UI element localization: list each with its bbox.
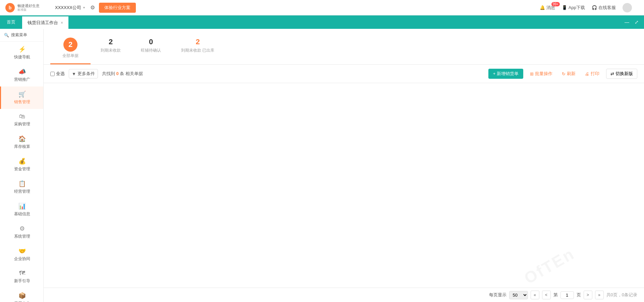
app-download-btn[interactable]: 📱 App下载	[562, 5, 585, 11]
sidebar-item-inventory[interactable]: 🏠 库存核算	[0, 131, 43, 154]
chevron-down-icon: ▾	[83, 6, 85, 9]
last-page-btn[interactable]: »	[595, 291, 604, 299]
stat-tab-2[interactable]: 0 旺辅待确认	[131, 34, 171, 64]
first-page-btn[interactable]: «	[531, 291, 539, 299]
stat-num-1: 2	[109, 38, 113, 46]
refresh-btn[interactable]: ↻ 刷新	[559, 69, 578, 78]
print-icon: 🖨	[585, 71, 589, 76]
refresh-icon: ↻	[562, 71, 566, 76]
tab-active[interactable]: 钱货日清工作台 ×	[22, 15, 68, 29]
stats-bar: 2 全部单据 2 到期未收款 0 旺辅待确认 2 到期未收款 已出库	[44, 29, 644, 65]
next-page-btn[interactable]: >	[584, 291, 592, 299]
batch-action-btn[interactable]: ⊞ 批量操作	[527, 69, 555, 78]
finance-icon: 💰	[18, 158, 26, 165]
sidebar-search[interactable]: 🔍 搜索菜单	[0, 29, 43, 42]
sidebar-item-cooperation[interactable]: 🤝 企业协同	[0, 243, 43, 266]
tab-nav: 首页 钱货日清工作台 × — ⤢	[0, 15, 644, 29]
download-icon: 📱	[562, 5, 567, 10]
tab-right-controls: — ⤢	[623, 15, 644, 29]
logo-text: 畅捷通好生意 标准版	[17, 3, 40, 12]
tab-home[interactable]: 首页	[0, 15, 22, 29]
filter-icon: ▼	[72, 71, 76, 76]
operation-icon: 📋	[18, 180, 26, 187]
toolbar-right: + 新增销货单 ⊞ 批量操作 ↻ 刷新 🖨 打印 ⇄ 切换新版	[488, 69, 637, 79]
toolbar-left: 全选 ▼ 更多条件 共找到 0 条 相关单据	[50, 69, 143, 78]
stat-num-0: 2	[63, 38, 77, 52]
sidebar-item-app-center[interactable]: 📦 应用中心	[0, 288, 43, 302]
switch-icon: ⇄	[610, 71, 614, 76]
page-input[interactable]	[560, 291, 574, 299]
stat-num-3: 2	[196, 38, 200, 46]
sidebar-label-guide: 新手引导	[14, 278, 30, 284]
tab-close-icon[interactable]: ×	[61, 20, 63, 25]
sidebar-item-guide[interactable]: 🗺 新手引导	[0, 266, 43, 288]
sidebar-label-purchase: 采购管理	[14, 121, 30, 127]
layout: 🔍 搜索菜单 ⚡ 快捷导航 📣 营销推广 🛒 销售管理 🛍 采购管理 🏠 库存核…	[0, 29, 644, 302]
notification-btn[interactable]: 🔔 消息 99+	[540, 5, 555, 11]
sales-icon: 🛒	[18, 90, 26, 98]
tab-expand-icon[interactable]: ⤢	[633, 18, 640, 26]
stat-tab-1[interactable]: 2 到期未收款	[91, 34, 131, 64]
sidebar-label-cooperation: 企业协同	[14, 256, 30, 262]
guide-icon: 🗺	[19, 270, 25, 277]
cooperation-icon: 🤝	[18, 247, 26, 255]
tab-label: 钱货日清工作台	[28, 20, 58, 26]
stat-num-2: 0	[149, 38, 153, 46]
stats-tabs: 2 全部单据 2 到期未收款 0 旺辅待确认 2 到期未收款 已出库	[50, 34, 637, 64]
purchase-icon: 🛍	[19, 113, 25, 120]
page-unit: 页	[577, 292, 581, 298]
select-all-checkbox[interactable]	[50, 72, 55, 76]
sidebar: 🔍 搜索菜单 ⚡ 快捷导航 📣 营销推广 🛒 销售管理 🛍 采购管理 🏠 库存核…	[0, 29, 44, 302]
sidebar-item-finance[interactable]: 💰 资金管理	[0, 154, 43, 176]
sidebar-item-operation[interactable]: 📋 经营管理	[0, 176, 43, 198]
company-selector[interactable]: XXXXXX公司 ▾	[52, 3, 88, 12]
sidebar-item-marketing[interactable]: 📣 营销推广	[0, 64, 43, 86]
stat-label-3: 到期未收款 已出库	[181, 48, 214, 53]
toolbar: 全选 ▼ 更多条件 共找到 0 条 相关单据 + 新增销货单 ⊞ 批量操作	[44, 65, 644, 83]
found-count: 0	[116, 71, 119, 76]
settings-icon[interactable]: ⚙	[90, 4, 95, 11]
table-area	[44, 83, 644, 288]
found-text: 共找到 0 条 相关单据	[102, 71, 143, 77]
sidebar-label-inventory: 库存核算	[14, 144, 30, 149]
new-sale-btn[interactable]: + 新增销货单	[488, 69, 523, 79]
sidebar-label-quick-nav: 快捷导航	[14, 54, 30, 60]
quick-nav-icon: ⚡	[18, 46, 26, 53]
page-label: 第	[553, 292, 558, 298]
top-right-area: 🔔 消息 99+ 📱 App下载 🎧 在线客服	[540, 3, 639, 12]
switch-version-btn[interactable]: ⇄ 切换新版	[606, 69, 637, 79]
stat-label-2: 旺辅待确认	[141, 48, 161, 53]
sidebar-label-operation: 经营管理	[14, 189, 30, 194]
sidebar-label-app-center: 应用中心	[14, 301, 30, 302]
bell-icon: 🔔	[540, 5, 545, 10]
pagination-bar: 每页显示 50 100 200 « < 第 页 > » 共0页，0条记录	[44, 288, 644, 302]
per-page-label: 每页显示	[489, 292, 506, 298]
filter-btn[interactable]: ▼ 更多条件	[69, 69, 98, 78]
sidebar-item-basic-info[interactable]: 📊 基础信息	[0, 198, 43, 221]
sidebar-item-quick-nav[interactable]: ⚡ 快捷导航	[0, 42, 43, 64]
main-content: 2 全部单据 2 到期未收款 0 旺辅待确认 2 到期未收款 已出库 全选 ▼ …	[44, 29, 644, 302]
stat-label-1: 到期未收款	[101, 48, 121, 53]
stat-tab-3[interactable]: 2 到期未收款 已出库	[171, 34, 224, 64]
per-page-select[interactable]: 50 100 200	[509, 291, 528, 299]
sidebar-label-system: 系统管理	[14, 234, 30, 239]
top-bar: b 畅捷通好生意 标准版 XXXXXX公司 ▾ ⚙ 体验行业方案 🔔 消息 99…	[0, 0, 644, 15]
sidebar-item-sales[interactable]: 🛒 销售管理	[0, 86, 43, 109]
stat-tab-0[interactable]: 2 全部单据	[50, 34, 91, 64]
sidebar-item-purchase[interactable]: 🛍 采购管理	[0, 109, 43, 131]
service-icon: 🎧	[592, 5, 597, 10]
avatar[interactable]	[623, 3, 632, 12]
search-icon: 🔍	[4, 33, 9, 38]
tab-minimize-icon[interactable]: —	[623, 18, 631, 26]
experience-btn[interactable]: 体验行业方案	[99, 3, 136, 13]
sidebar-label-finance: 资金管理	[14, 166, 30, 172]
system-icon: ⚙	[19, 225, 25, 232]
marketing-icon: 📣	[18, 68, 26, 75]
print-btn[interactable]: 🖨 打印	[582, 69, 602, 78]
sidebar-item-system[interactable]: ⚙ 系统管理	[0, 221, 43, 243]
basic-info-icon: 📊	[18, 202, 26, 210]
prev-page-btn[interactable]: <	[542, 291, 551, 299]
stat-label-0: 全部单据	[62, 53, 78, 59]
select-all-wrap[interactable]: 全选	[50, 71, 65, 77]
online-service-btn[interactable]: 🎧 在线客服	[592, 5, 616, 11]
